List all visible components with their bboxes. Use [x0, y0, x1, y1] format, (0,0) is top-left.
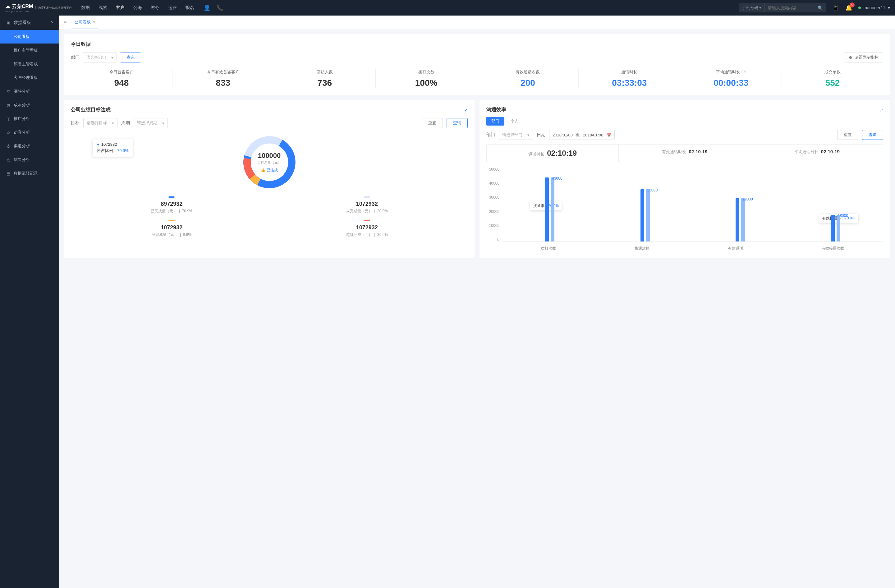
sidebar-item-sales[interactable]: ◎销售分析	[0, 153, 59, 167]
stat-label: 通话时长	[581, 69, 678, 75]
stat-value: 200	[480, 78, 576, 88]
tab-personal[interactable]: 个人	[506, 117, 523, 126]
sidebar-item-flow[interactable]: ▤数据流转记录	[0, 167, 59, 180]
sidebar-item-sales-mgr[interactable]: 销售主管看板	[0, 57, 59, 71]
status-dot	[858, 6, 861, 9]
comm-dept-select[interactable]: 请选择部门▾	[499, 130, 533, 140]
sidebar-item-channel[interactable]: ♁渠道分析	[0, 139, 59, 153]
stat-item: 通话时长03:33:03	[579, 69, 680, 88]
bar	[831, 215, 835, 241]
bell-icon[interactable]: 🔔5	[845, 5, 852, 11]
visitor-icon: ☺	[6, 130, 11, 135]
y-tick: 40000	[486, 181, 499, 186]
nav-finance[interactable]: 财务	[151, 3, 159, 12]
search-type-select[interactable]: 手机号码 ▾	[739, 3, 765, 12]
top-nav: 数据 线索 客户 公海 财务 运营 报名	[81, 3, 194, 12]
period-label: 周期	[121, 120, 130, 126]
query-button[interactable]: 查询	[862, 130, 883, 140]
bar	[551, 177, 554, 241]
target-card: 公司业绩目标达成 ⤢ 目标 请选择目标▾ 周期 请选择周期▾ 重置 查询	[64, 100, 475, 258]
bar	[837, 215, 840, 241]
summary-item: 通话时长02:10:19	[487, 144, 619, 162]
bar-value-label: 29000	[742, 197, 753, 202]
stat-value: 833	[175, 78, 271, 88]
settings-button[interactable]: ⚙设置显示指标	[844, 53, 883, 62]
nav-leads[interactable]: 线索	[99, 3, 107, 12]
nav-operations[interactable]: 运营	[168, 3, 177, 12]
reset-button[interactable]: 重置	[837, 130, 858, 140]
add-user-icon[interactable]: 👤	[203, 5, 210, 11]
comm-date-label: 日期	[537, 132, 545, 138]
brand-sub: 教育机构一站式服务云平台	[35, 6, 72, 10]
x-label: 拨打次数	[541, 246, 556, 251]
legend-item: 1072932应完成量（元） | 8.9%	[77, 220, 266, 238]
stat-value: 948	[73, 78, 170, 88]
chevron-down-icon: ▾	[162, 121, 164, 126]
donut-tooltip: ●1072932 所占比例：70.9%	[93, 139, 133, 157]
bar-pair: 35000	[640, 189, 650, 241]
stat-item: 回访人数736	[274, 69, 376, 88]
dashboard-icon: ▣	[6, 21, 11, 25]
stat-value: 736	[276, 78, 373, 88]
sidebar-item-company[interactable]: 公司看板	[0, 30, 59, 44]
user-menu[interactable]: manager11 ▾	[858, 5, 890, 10]
donut-center-sub: 目标总量（元）	[257, 161, 281, 165]
bar	[640, 189, 644, 241]
hamburger-icon[interactable]: ≡	[64, 20, 67, 25]
search-input[interactable]	[765, 4, 815, 12]
bar	[545, 177, 549, 241]
stat-item: 拨打次数100%	[376, 69, 477, 88]
thumbs-up-icon: 👍	[261, 168, 265, 173]
nav-data[interactable]: 数据	[81, 3, 90, 12]
nav-signup[interactable]: 报名	[185, 3, 194, 12]
sidebar-item-promo[interactable]: ◫推广分析	[0, 112, 59, 126]
query-button[interactable]: 查询	[447, 118, 468, 128]
call-icon[interactable]: 📞	[217, 5, 223, 11]
expand-icon[interactable]: ⤢	[464, 108, 468, 112]
sidebar-item-promo-mgr[interactable]: 推广主管看板	[0, 44, 59, 57]
stat-item: 今日首咨客户948	[71, 69, 173, 88]
sidebar-item-visitor[interactable]: ☺访客分析	[0, 126, 59, 139]
x-label: 有效通话	[728, 246, 743, 251]
goal-label: 目标	[71, 120, 80, 126]
bar	[646, 189, 650, 241]
reset-button[interactable]: 重置	[422, 118, 443, 128]
mobile-icon[interactable]: 📱	[832, 5, 839, 11]
date-range-input[interactable]: 2018/01/08 至 2018/01/08 📅	[549, 130, 615, 140]
legend-item: 1072932超额完成（元） | 89.9%	[273, 220, 462, 238]
nav-customer[interactable]: 客户	[116, 3, 124, 12]
bar-chart: 50000400003000020000100000 接通率：70.9% 有效接…	[486, 167, 883, 251]
sidebar-item-account-mgr[interactable]: 客户经理看板	[0, 71, 59, 85]
bar-value-label: 43000	[552, 176, 562, 180]
calendar-icon: 📅	[606, 133, 611, 137]
tab-dept[interactable]: 部门	[486, 117, 504, 126]
close-icon[interactable]: ×	[93, 20, 95, 24]
bar-value-label: 18000	[838, 214, 848, 218]
stat-value: 552	[784, 78, 881, 88]
period-select[interactable]: 请选择周期▾	[133, 118, 168, 128]
stat-label: 有效通话次数	[480, 69, 576, 75]
user-name: manager11	[863, 5, 885, 10]
menu-group-dashboard[interactable]: ▣数据看板 ^	[0, 15, 59, 30]
query-button[interactable]: 查询	[120, 53, 141, 62]
search-box: 手机号码 ▾ 🔍	[739, 3, 826, 12]
dept-select[interactable]: 请选择部门▾	[83, 53, 117, 62]
bar-pair: 43000	[545, 177, 554, 241]
chevron-down-icon: ▾	[112, 121, 114, 126]
tab-company-board[interactable]: 公司看板 ×	[71, 15, 98, 29]
expand-icon[interactable]: ⤢	[880, 108, 883, 112]
y-tick: 50000	[486, 167, 499, 171]
goal-select[interactable]: 请选择目标▾	[83, 118, 117, 128]
search-button[interactable]: 🔍	[815, 4, 826, 12]
sidebar-item-cost[interactable]: ◷成本分析	[0, 98, 59, 112]
nav-pool[interactable]: 公海	[133, 3, 142, 12]
chevron-up-icon: ^	[51, 20, 53, 25]
donut-done-badge: 👍已达成	[261, 168, 278, 173]
stat-item: 有效通话次数200	[477, 69, 579, 88]
y-tick: 30000	[486, 195, 499, 200]
chevron-down-icon: ▾	[527, 133, 529, 137]
sidebar-item-funnel[interactable]: ▽漏斗分析	[0, 85, 59, 98]
info-icon[interactable]: ?	[742, 70, 746, 74]
stat-value: 100%	[378, 78, 475, 88]
clock-icon: ◷	[6, 103, 11, 108]
